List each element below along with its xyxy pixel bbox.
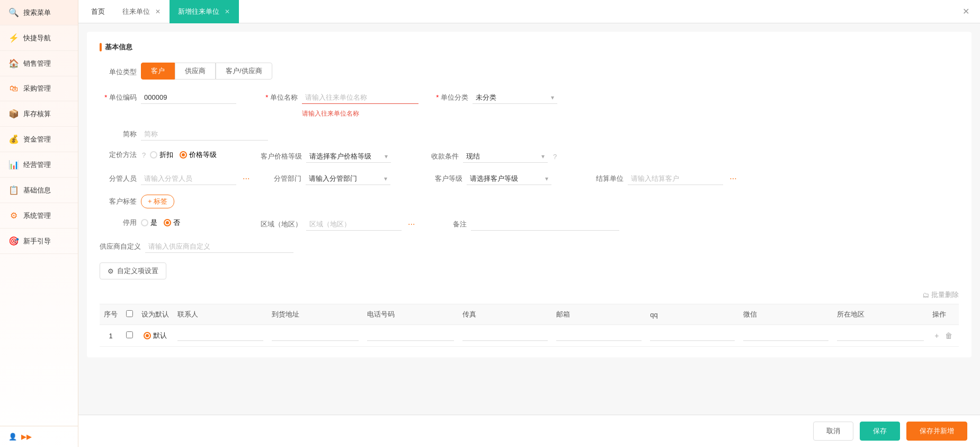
- unit-name-field: 单位名称 请输入往来单位名称: [261, 91, 418, 118]
- add-tag-button[interactable]: + 标签: [141, 195, 174, 208]
- remark-label: 备注: [430, 220, 467, 229]
- radio-yes-label: 是: [150, 218, 157, 227]
- sidebar-item-inventory[interactable]: 📦 库存核算: [0, 101, 78, 127]
- batch-delete-label[interactable]: 批量删除: [931, 290, 959, 300]
- row-phone-input[interactable]: [367, 330, 454, 341]
- row-wechat-input[interactable]: [743, 330, 828, 341]
- row-email-input[interactable]: [556, 330, 642, 341]
- row-fax-input[interactable]: [462, 330, 548, 341]
- radio-discount[interactable]: 折扣: [150, 150, 173, 160]
- user-icon: 👤: [8, 433, 17, 441]
- tab-home[interactable]: 首页: [83, 0, 114, 23]
- save-button[interactable]: 保存: [860, 422, 900, 441]
- row-qq-input[interactable]: [650, 330, 735, 341]
- payment-terms-field: 收款条件 现结 ?: [422, 150, 570, 163]
- tab-partners-close[interactable]: ✕: [155, 8, 161, 15]
- customer-level-select[interactable]: 请选择客户等级: [467, 172, 551, 185]
- sidebar-item-label: 资金管理: [23, 135, 51, 144]
- sidebar-item-guide[interactable]: 🎯 新手引导: [0, 229, 78, 254]
- row-contact-input[interactable]: [177, 330, 263, 341]
- sidebar-item-quicknav[interactable]: ⚡ 快捷导航: [0, 25, 78, 51]
- row-add-btn[interactable]: +: [932, 330, 941, 341]
- purchase-icon: 🛍: [8, 84, 19, 93]
- department-select[interactable]: 请输入分管部门: [306, 172, 390, 185]
- unit-category-select-wrapper: 未分类: [473, 91, 557, 104]
- row-default-radio[interactable]: 默认: [141, 331, 169, 340]
- customer-price-select[interactable]: 请选择客户价格等级: [306, 150, 391, 163]
- region-label: 区域（地区）: [261, 220, 302, 229]
- sidebar-item-purchase[interactable]: 🛍 采购管理: [0, 76, 78, 101]
- manager-label: 分管人员: [100, 174, 137, 183]
- manager-field: 分管人员 ···: [100, 172, 252, 185]
- expand-icon: ▶▶: [21, 433, 32, 441]
- tab-close-all-button[interactable]: ✕: [956, 6, 976, 16]
- radio-price-level-label: 价格等级: [189, 150, 217, 160]
- operations-icon: 📊: [8, 160, 19, 170]
- sidebar-item-label: 库存核算: [23, 109, 51, 119]
- unit-name-input[interactable]: [302, 91, 418, 104]
- guide-icon: 🎯: [8, 236, 19, 246]
- tab-partners-label: 往来单位: [122, 7, 150, 16]
- col-default: 设为默认: [137, 304, 173, 325]
- disabled-radio-group: 是 否: [141, 218, 180, 227]
- sidebar: 🔍 搜索菜单 ⚡ 快捷导航 🏠 销售管理 🛍 采购管理 📦 库存核算 💰 资金管…: [0, 0, 78, 447]
- department-label: 分管部门: [264, 174, 301, 183]
- unit-code-input[interactable]: [141, 91, 236, 104]
- custom-settings-button[interactable]: ⚙ 自定义项设置: [100, 262, 166, 279]
- sidebar-item-operations[interactable]: 📊 经营管理: [0, 152, 78, 178]
- sidebar-item-search[interactable]: 🔍 搜索菜单: [0, 0, 78, 25]
- main-area: 首页 往来单位 ✕ 新增往来单位 ✕ ✕ 基本信息 单位类型 客户: [78, 0, 980, 447]
- section-bar: [100, 43, 102, 51]
- select-all-checkbox[interactable]: [126, 310, 133, 317]
- tab-partners[interactable]: 往来单位 ✕: [114, 0, 170, 23]
- unit-type-btn-both[interactable]: 客户/供应商: [216, 63, 272, 80]
- sidebar-item-finance[interactable]: 💰 资金管理: [0, 127, 78, 152]
- unit-type-btn-customer[interactable]: 客户: [141, 63, 175, 80]
- settlement-dots-btn[interactable]: ···: [727, 174, 738, 183]
- row-address-input[interactable]: [272, 330, 359, 341]
- save-new-button[interactable]: 保存并新增: [906, 422, 967, 441]
- col-seq: 序号: [100, 304, 122, 325]
- cancel-button[interactable]: 取消: [813, 422, 853, 441]
- region-dots-btn[interactable]: ···: [406, 220, 417, 229]
- sidebar-item-system[interactable]: ⚙ 系统管理: [0, 203, 78, 229]
- system-icon: ⚙: [8, 211, 19, 221]
- batch-delete-icon: 🗂: [922, 291, 929, 299]
- row-region-input[interactable]: [837, 330, 924, 341]
- sidebar-item-sales[interactable]: 🏠 销售管理: [0, 51, 78, 76]
- tab-new-partner-close[interactable]: ✕: [225, 8, 230, 15]
- payment-terms-select[interactable]: 现结: [463, 150, 548, 163]
- sidebar-item-base[interactable]: 📋 基础信息: [0, 178, 78, 203]
- radio-price-level[interactable]: 价格等级: [180, 150, 217, 160]
- abbr-input[interactable]: [141, 128, 268, 141]
- radio-discount-label: 折扣: [159, 150, 173, 160]
- supplier-custom-input[interactable]: [145, 240, 293, 253]
- unit-type-label: 单位类型: [100, 67, 137, 77]
- radio-no[interactable]: 否: [164, 218, 180, 227]
- customer-price-label: 客户价格等级: [261, 152, 302, 161]
- unit-type-btn-supplier[interactable]: 供应商: [175, 63, 216, 80]
- tab-new-partner[interactable]: 新增往来单位 ✕: [170, 0, 239, 23]
- row-checkbox: [122, 325, 137, 347]
- settlement-input[interactable]: [628, 172, 723, 185]
- radio-price-level-circle: [180, 151, 187, 159]
- base-icon: 📋: [8, 185, 19, 195]
- pricing-help-icon[interactable]: ?: [142, 151, 146, 159]
- row-checkbox-input[interactable]: [126, 331, 133, 338]
- unit-category-select[interactable]: 未分类: [473, 91, 557, 104]
- sidebar-item-label: 搜索菜单: [23, 8, 51, 17]
- manager-dots-btn[interactable]: ···: [240, 174, 252, 183]
- section-title-basic: 基本信息: [100, 42, 959, 52]
- disabled-label: 停用: [100, 218, 137, 227]
- region-input[interactable]: [306, 218, 402, 231]
- row-delete-btn[interactable]: 🗑: [943, 330, 955, 341]
- payment-help-icon[interactable]: ?: [553, 153, 557, 161]
- radio-discount-circle: [150, 151, 157, 159]
- manager-input[interactable]: [141, 172, 236, 185]
- supplier-custom-row: 供应商自定义: [100, 240, 959, 253]
- unit-type-row: 单位类型 客户 供应商 客户/供应商: [100, 63, 959, 82]
- radio-yes[interactable]: 是: [141, 218, 157, 227]
- row-contact: [173, 325, 268, 347]
- radio-no-label: 否: [173, 218, 180, 227]
- remark-input[interactable]: [471, 218, 619, 231]
